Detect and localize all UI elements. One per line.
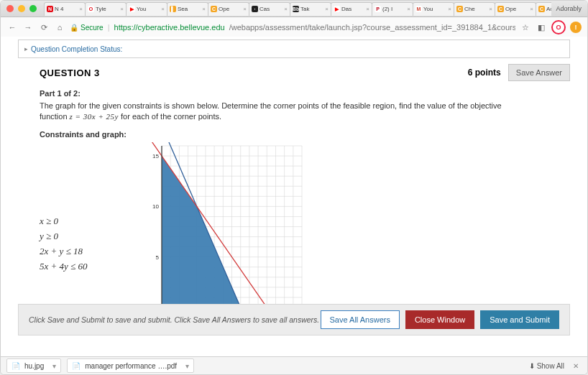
url-path: /webapps/assessment/take/launch.jsp?cour… — [229, 23, 515, 32]
tab-favicon: ▶ — [129, 6, 135, 12]
download-filename: hu.jpg — [24, 362, 44, 370]
browser-tab[interactable]: ▶Das× — [331, 2, 372, 16]
notification-badge-icon[interactable]: ! — [570, 22, 582, 33]
tab-close-icon[interactable]: × — [243, 6, 247, 12]
tab-favicon: O — [88, 6, 94, 12]
opera-extension-icon[interactable]: O — [551, 20, 566, 34]
tab-close-icon[interactable]: × — [325, 6, 329, 12]
download-item[interactable]: 📄manager performance ….pdf▾ — [67, 358, 194, 373]
tab-close-icon[interactable]: × — [489, 6, 492, 12]
question-points: 6 points — [468, 68, 501, 78]
tab-close-icon[interactable]: × — [202, 6, 206, 12]
browser-tab[interactable]: CAdo× — [536, 2, 551, 16]
browser-toolbar: ← → ⟳ ⌂ 🔒 Secure | https://cyberactive.b… — [1, 17, 587, 38]
address-bar[interactable]: 🔒 Secure | https://cyberactive.bellevue.… — [70, 23, 515, 32]
home-button[interactable]: ⌂ — [54, 22, 65, 33]
back-button[interactable]: ← — [6, 22, 18, 33]
minimize-window-icon[interactable] — [18, 5, 25, 12]
download-shelf: 📄hu.jpg▾📄manager performance ….pdf▾ ⬇ Sh… — [1, 356, 587, 374]
extension-label: Adorably — [556, 5, 582, 12]
browser-tab[interactable]: MYou× — [413, 2, 454, 16]
traffic-lights — [6, 5, 37, 12]
close-download-shelf-button[interactable]: ✕ — [570, 362, 582, 370]
constraints-list: x ≥ 0y ≥ 02x + y ≤ 185x + 4y ≤ 60 — [40, 214, 133, 274]
bookmark-star-icon[interactable]: ☆ — [520, 22, 531, 33]
tab-close-icon[interactable]: × — [79, 6, 83, 12]
action-hint: Click Save and Submit to save and submit… — [29, 315, 319, 324]
svg-text:5: 5 — [156, 254, 160, 261]
browser-tab[interactable]: COpe× — [208, 2, 249, 16]
tab-favicon: C — [456, 6, 463, 12]
tab-favicon: C — [211, 6, 217, 12]
question-title: QUESTION 3 — [40, 68, 100, 78]
feasible-region-graph: 51015 — [140, 142, 306, 318]
tab-close-icon[interactable]: × — [366, 6, 369, 12]
prompt-line-2a: function — [40, 112, 70, 121]
save-and-submit-button[interactable]: Save and Submit — [480, 310, 559, 329]
browser-tab[interactable]: CChe× — [454, 2, 495, 16]
secure-badge: 🔒 Secure — [70, 24, 104, 32]
show-all-label: Show All — [537, 362, 564, 370]
url-host: https://cyberactive.bellevue.edu — [114, 23, 225, 32]
save-answer-button[interactable]: Save Answer — [508, 64, 570, 81]
tab-close-icon[interactable]: × — [161, 6, 165, 12]
tab-close-icon[interactable]: × — [448, 6, 451, 12]
close-window-button[interactable]: Close Window — [405, 310, 474, 329]
tab-label: Tyle — [96, 6, 106, 12]
close-window-icon[interactable] — [6, 5, 14, 12]
reload-button[interactable]: ⟳ — [38, 22, 50, 33]
browser-tab[interactable]: ·Cas× — [249, 2, 290, 16]
expand-chevron-icon[interactable]: ▸ — [24, 45, 28, 52]
download-filename: manager performance ….pdf — [85, 362, 177, 370]
browser-tab[interactable]: COpe× — [495, 2, 536, 16]
tab-close-icon[interactable]: × — [407, 6, 410, 12]
constraint: y ≥ 0 — [40, 229, 133, 244]
browser-tab[interactable]: P(2) I× — [372, 2, 413, 16]
tab-label: N 4 — [55, 6, 63, 12]
svg-text:10: 10 — [152, 204, 159, 210]
tab-label: Sea — [178, 6, 188, 12]
tab-label: Che — [464, 6, 475, 12]
completion-status-bar[interactable]: ▸ Question Completion Status: — [18, 40, 570, 58]
browser-tab[interactable]: NN 4× — [44, 2, 86, 16]
tab-label: Ope — [219, 6, 229, 12]
tab-favicon: ▌ — [170, 6, 176, 12]
secure-text: Secure — [81, 24, 104, 32]
zoom-window-icon[interactable] — [29, 5, 37, 12]
svg-marker-35 — [162, 156, 241, 307]
file-icon: 📄 — [72, 362, 81, 370]
constraint: x ≥ 0 — [40, 214, 133, 229]
tab-label: (2) I — [382, 6, 392, 12]
file-icon: 📄 — [12, 362, 20, 370]
extension-icon[interactable]: ◧ — [536, 22, 547, 33]
tab-favicon: N — [47, 6, 53, 12]
tab-label: Cas — [259, 6, 270, 12]
tab-favicon: P — [375, 6, 381, 12]
tab-close-icon[interactable]: × — [284, 6, 288, 12]
download-item[interactable]: 📄hu.jpg▾ — [6, 358, 61, 373]
tab-close-icon[interactable]: × — [120, 6, 124, 12]
svg-text:15: 15 — [152, 153, 159, 159]
part-label: Part 1 of 2: — [40, 88, 570, 99]
tab-favicon: M — [415, 6, 422, 12]
tab-favicon: C — [538, 6, 545, 12]
tab-favicon: · — [252, 6, 258, 12]
tab-favicon: ▶ — [334, 6, 340, 12]
tab-label: You — [423, 6, 433, 12]
prompt-line-1: The graph for the given constraints is s… — [40, 101, 502, 110]
completion-status-label: Question Completion Status: — [31, 45, 122, 53]
forward-button[interactable]: → — [22, 22, 34, 33]
question-prompt: The graph for the given constraints is s… — [40, 101, 570, 122]
browser-tab[interactable]: ▶You× — [126, 2, 167, 16]
browser-tab[interactable]: BbTak× — [290, 2, 331, 16]
chevron-down-icon[interactable]: ▾ — [52, 362, 56, 370]
tab-close-icon[interactable]: × — [530, 6, 533, 12]
show-all-downloads-button[interactable]: ⬇ Show All — [529, 362, 564, 370]
tab-label: Tak — [300, 6, 309, 12]
objective-function: z = 30x + 25y — [70, 112, 119, 121]
browser-tab[interactable]: OTyle× — [85, 2, 127, 16]
chevron-down-icon[interactable]: ▾ — [185, 362, 189, 370]
save-all-answers-button[interactable]: Save All Answers — [321, 310, 400, 329]
tab-label: You — [137, 6, 147, 12]
browser-tab[interactable]: ▌Sea× — [167, 2, 208, 16]
